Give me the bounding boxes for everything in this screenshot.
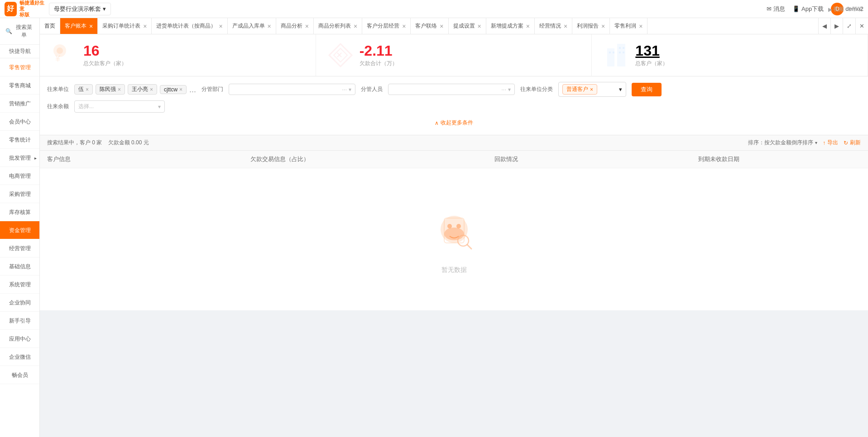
sidebar-item-enterprise-wechat[interactable]: 企业微信: [0, 348, 39, 366]
sidebar-item-enterprise[interactable]: 企业协同: [0, 294, 39, 312]
sidebar-item-label: 系统管理: [2, 281, 38, 289]
sidebar-item-label: 会员中心: [2, 118, 38, 126]
tab-business[interactable]: 经营情况 ×: [535, 18, 572, 34]
home-tab-label: 首页: [44, 22, 55, 30]
close-icon[interactable]: ×: [143, 23, 147, 29]
sidebar-item-operation[interactable]: 经营管理: [0, 239, 39, 257]
refresh-icon: ↻: [844, 140, 848, 146]
tab-actions: ◀ ▶ ⤢ ✕: [818, 18, 868, 34]
tag-close-icon[interactable]: ×: [150, 86, 153, 93]
close-icon[interactable]: ×: [89, 23, 93, 29]
tag-close-icon[interactable]: ×: [179, 86, 182, 93]
collapse-button[interactable]: ∧ 收起更多条件: [47, 116, 861, 129]
svg-rect-4: [607, 48, 614, 66]
tab-product-analysis-list[interactable]: 商品分析列表 ×: [314, 18, 362, 34]
sidebar-search-area: 🔍 搜索菜单: [0, 18, 39, 45]
tag-value: 伍: [78, 86, 84, 93]
svg-rect-11: [623, 52, 624, 53]
close-icon[interactable]: ×: [440, 23, 443, 29]
close-icon[interactable]: ×: [478, 23, 481, 29]
chevron-down-icon: ▾: [815, 140, 817, 145]
sidebar-item-wholesale[interactable]: 批发管理 ▸: [0, 149, 39, 167]
chevron-up-icon: ∧: [435, 120, 439, 126]
tab-profit-report[interactable]: 利润报告 ×: [572, 18, 610, 34]
sidebar-item-inventory[interactable]: 库存核算: [0, 203, 39, 221]
tab-close-all[interactable]: ✕: [855, 18, 868, 34]
query-button[interactable]: 查询: [632, 83, 662, 96]
tab-scroll-left[interactable]: ◀: [818, 18, 830, 34]
tab-maximize[interactable]: ⤢: [843, 18, 855, 34]
sidebar-item-ecommerce[interactable]: 电商管理: [0, 167, 39, 185]
sidebar-item-purchase[interactable]: 采购管理: [0, 185, 39, 203]
close-icon[interactable]: ×: [601, 23, 605, 29]
filter-tag-2: 陈民强 ×: [96, 84, 125, 95]
tab-customer-contact[interactable]: 客户联络 ×: [411, 18, 448, 34]
category-tag-value: 普通客户: [566, 86, 588, 93]
tab-label: 利润报告: [577, 22, 599, 30]
result-text: 搜索结果中，客户 0 家 欠款金额 0.00 元: [47, 139, 149, 147]
category-select[interactable]: 普通客户 × ▾: [558, 82, 626, 97]
store-selector[interactable]: 母婴行业演示帐套 ▾: [49, 3, 111, 15]
tab-scroll-right[interactable]: ▶: [830, 18, 843, 34]
tag-close-icon[interactable]: ×: [118, 86, 121, 93]
total-debt-label: 欠款合计（万）: [360, 60, 398, 67]
tab-new-raise[interactable]: 新增提成方案 ×: [486, 18, 535, 34]
search-menu-button[interactable]: 🔍 搜索菜单: [4, 22, 36, 41]
close-icon[interactable]: ×: [268, 23, 271, 29]
sidebar-item-app-center[interactable]: 应用中心: [0, 330, 39, 348]
download-icon: 📱: [792, 5, 800, 12]
dept-select[interactable]: ··· ▾: [229, 84, 355, 95]
app-download-btn[interactable]: 📱 App下载: [792, 5, 824, 13]
sidebar-item-newbie[interactable]: 新手引导: [0, 312, 39, 330]
message-btn[interactable]: ✉ 消息: [767, 5, 785, 13]
close-icon[interactable]: ×: [402, 23, 406, 29]
column-debt: 欠款交易信息（占比）: [250, 155, 494, 163]
tab-purchase-order[interactable]: 采购订单统计表 ×: [98, 18, 152, 34]
sidebar-item-marketing[interactable]: 营销推广: [0, 95, 39, 113]
close-icon[interactable]: ×: [219, 23, 222, 29]
sidebar-item-finance[interactable]: 资金管理: [0, 221, 39, 239]
close-icon[interactable]: ×: [305, 23, 309, 29]
export-button[interactable]: ↑ 导出: [823, 139, 838, 147]
sidebar-item-basic-info[interactable]: 基础信息: [0, 257, 39, 276]
tab-raise-settings[interactable]: 提成设置 ×: [449, 18, 486, 34]
filter-tag-3: 王小亮 ×: [128, 84, 157, 95]
tag-value: 陈民强: [100, 86, 116, 93]
tab-purchase-stats[interactable]: 进货单统计表（按商品） ×: [152, 18, 227, 34]
person-select[interactable]: ··· ▾: [388, 84, 515, 95]
close-icon[interactable]: ×: [564, 23, 567, 29]
category-tag-close-icon[interactable]: ×: [590, 86, 593, 93]
dots-icon: ···: [501, 86, 506, 93]
svg-point-15: [456, 224, 461, 228]
tag-close-icon[interactable]: ×: [86, 86, 89, 93]
close-icon[interactable]: ×: [639, 23, 643, 29]
close-icon[interactable]: ×: [526, 23, 530, 29]
chevron-down-icon: ▾: [158, 104, 161, 110]
sidebar-item-retail-stats[interactable]: 零售统计: [0, 131, 39, 149]
sidebar-item-member[interactable]: 会员中心: [0, 113, 39, 131]
balance-select[interactable]: 选择... ▾: [74, 100, 165, 113]
sidebar-item-system[interactable]: 系统管理: [0, 276, 39, 294]
tab-customer-segment[interactable]: 客户分层经营 ×: [362, 18, 411, 34]
filter-row-balance: 往来余额 选择... ▾: [47, 100, 861, 113]
sidebar-item-retail[interactable]: 零售管理: [0, 58, 39, 76]
tag-value: cjttcw: [164, 86, 177, 93]
sort-button[interactable]: 排序：按欠款金额倒序排序 ▾: [748, 139, 817, 147]
tab-customer-account[interactable]: 客户账本 ×: [60, 18, 98, 34]
refresh-button[interactable]: ↻ 刷新: [844, 139, 861, 147]
column-customer: 客户信息: [47, 155, 250, 163]
tab-product-analysis[interactable]: 商品分析 ×: [276, 18, 314, 34]
filter-more-btn[interactable]: ...: [189, 86, 196, 94]
sidebar-item-retail-mall[interactable]: 零售商城: [0, 76, 39, 95]
chevron-down-icon: ▾: [619, 86, 622, 93]
tab-production-stock[interactable]: 产成品入库单 ×: [228, 18, 276, 34]
close-icon[interactable]: ×: [354, 23, 357, 29]
tab-home[interactable]: 首页: [40, 18, 60, 34]
stat-values: 16 总欠款客户（家）: [83, 43, 127, 67]
svg-point-14: [447, 224, 452, 228]
page-content: ¥ 16 总欠款客户（家） ✕: [40, 34, 868, 437]
tab-retail-profit[interactable]: 零售利润 ×: [610, 18, 647, 34]
sidebar-item-vip-member[interactable]: 畅会员: [0, 366, 39, 384]
top-bar: 好 畅捷通好生意 标版 母婴行业演示帐套 ▾ ✉ 消息 📱 App下载 D de…: [0, 0, 868, 18]
quick-nav-button[interactable]: 快捷导航: [0, 45, 39, 58]
